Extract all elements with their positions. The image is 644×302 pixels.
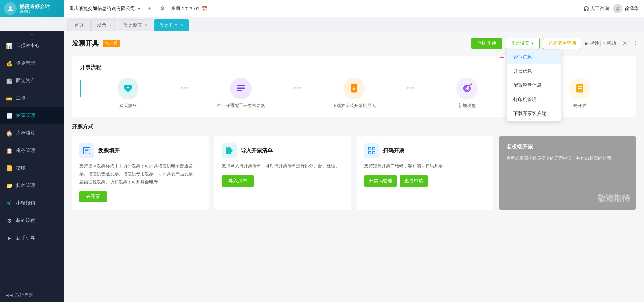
cancel-label: 取消固定: [15, 292, 33, 298]
method-fill-btn[interactable]: 去开票: [79, 191, 107, 202]
page-title-area: 发票开具 待开通: [72, 39, 120, 48]
svg-rect-21: [368, 147, 371, 150]
step-download-icon: [343, 78, 365, 99]
method-scan-header: 扫码开票: [364, 143, 486, 158]
step-buy-icon: [117, 78, 139, 99]
dropdown-item-tax-config[interactable]: 配置税盘信息: [507, 78, 561, 92]
period-value: 2023-01: [182, 6, 199, 11]
sidebar-item-inventory[interactable]: 🏠 库存核算: [0, 124, 64, 142]
sidebar: ▲ 📊 云报表中心 💰 资金管理 🏢 固定资产 💳 工资 🧾 发票管理: [0, 31, 64, 302]
svg-rect-4: [237, 90, 242, 91]
sidebar-item-report[interactable]: 📊 云报表中心: [0, 37, 64, 54]
tab-invoice[interactable]: 发票 ×: [91, 19, 117, 31]
page-actions: 立即开通 开票设置 ▼ 异常清单查询 ▶ 视频 | ? 帮助 ✕: [471, 38, 636, 49]
flow-step-download: 下载并安装开票机器人: [306, 78, 402, 109]
inventory-icon: 🏠: [6, 130, 13, 137]
headset-icon: 🎧: [583, 6, 589, 11]
video-help-area: ▶ 视频 | ? 帮助: [585, 40, 616, 46]
sidebar-label-salary: 工资: [16, 95, 26, 101]
sidebar-label-xiaochang: 小畅报销: [16, 200, 35, 206]
company-selector[interactable]: 重庆畅捷交通信息咨询有限公司 ▼: [69, 6, 141, 12]
tab-invoice-test-label: 发票测算: [124, 22, 142, 28]
support-btn[interactable]: 🎧 人工咨询: [583, 6, 609, 12]
method-import-header: 导入开票清单: [222, 143, 344, 158]
logo-icon: [4, 2, 17, 15]
flow-step-config: 企业开通配置开票六要素: [193, 78, 289, 109]
tab-invoice-test-close[interactable]: ×: [145, 23, 147, 28]
sidebar-label-account: 结账: [16, 165, 26, 171]
sidebar-label-capital: 资金管理: [16, 60, 35, 66]
method-card-fill: 发票填开 支持按照发票样式手工填开发票；可开具增值税电子普通发票、增值税普通发票…: [72, 136, 209, 210]
guide-icon: ▶: [6, 235, 13, 241]
sidebar-cancel[interactable]: ◄◄ 取消固定: [0, 288, 64, 302]
settings-sidebar-icon: ⚙: [6, 218, 13, 224]
period-info: 账期 2023-01 📅: [171, 6, 207, 12]
method-scan-apply-btn[interactable]: 查看申请: [400, 175, 428, 187]
sidebar-item-xiaochang[interactable]: © 小畅报销: [0, 194, 64, 212]
tab-home[interactable]: 首页: [67, 19, 91, 31]
sidebar-item-account[interactable]: 📒 结账: [0, 159, 64, 177]
overlay-text: 敬请期待: [598, 193, 630, 204]
sidebar-item-guide[interactable]: ▶ 新手引导: [0, 229, 64, 247]
sidebar-item-assets[interactable]: 🏢 固定资产: [0, 72, 64, 89]
method-scan-qr-btn[interactable]: 开票码管理: [364, 175, 397, 187]
method-boss-desc: 查看老板端小程序提交的开票申请，并作出相应的处理。: [506, 154, 629, 162]
step-go-invoice-icon: [569, 78, 591, 99]
svg-point-0: [9, 6, 11, 9]
sidebar-item-salary[interactable]: 💳 工资: [0, 89, 64, 107]
exception-button[interactable]: 异常清单查询: [543, 38, 581, 49]
period-label: 账期: [171, 6, 180, 12]
method-scan-title: 扫码开票: [383, 147, 404, 154]
user-info[interactable]: 徐泽华: [613, 4, 639, 13]
sidebar-scroll-up[interactable]: ▲: [0, 31, 64, 37]
connector-3: [402, 78, 419, 89]
method-import-btn[interactable]: 导入清单: [222, 175, 254, 187]
dropdown-item-invoice-info[interactable]: 开票信息: [507, 64, 561, 78]
step-download-label: 下载并安装开票机器人: [332, 103, 376, 109]
dropdown-item-printer[interactable]: 打印机管理: [507, 92, 561, 107]
method-fill-title: 发票填开: [98, 147, 120, 154]
settings-button[interactable]: ⚙: [158, 4, 167, 13]
main-content: 发票开具 待开通 立即开通 开票设置 ▼ 异常清单查询 ▶ 视频 | ?: [64, 31, 644, 302]
settings-dropdown-btn[interactable]: 开票设置 ▼: [506, 38, 540, 49]
video-label[interactable]: 视频: [590, 40, 599, 46]
sidebar-item-capital[interactable]: 💰 资金管理: [0, 54, 64, 72]
method-card-boss: 老板端开票 查看老板端小程序提交的开票申请，并作出相应的处理。 敬请期待: [499, 136, 636, 210]
play-icon[interactable]: ▶: [585, 41, 588, 46]
calendar-icon[interactable]: 📅: [201, 6, 207, 11]
avatar: [613, 4, 622, 13]
flow-step-taxdisk: 税 新增税盘: [419, 78, 515, 109]
tab-bar: 首页 发票 × 发票测算 × 发票开具 ×: [0, 17, 644, 31]
sidebar-item-tax[interactable]: 📋 税务管理: [0, 142, 64, 159]
tab-invoice-issue-close[interactable]: ×: [181, 23, 183, 28]
red-arrow: →: [498, 53, 505, 61]
sidebar-item-archive[interactable]: 📁 归档管理: [0, 177, 64, 194]
help-icon: ?: [603, 41, 605, 46]
help-label[interactable]: 帮助: [607, 40, 616, 46]
sidebar-item-settings[interactable]: ⚙ 基础设置: [0, 212, 64, 229]
sidebar-label-assets: 固定资产: [16, 78, 35, 84]
page-header: 发票开具 待开通 立即开通 开票设置 ▼ 异常清单查询 ▶ 视频 | ?: [72, 38, 636, 49]
logo-text-group: 畅捷通好会计 旗舰版: [19, 3, 50, 15]
tab-invoice-issue[interactable]: 发票开具 ×: [154, 19, 189, 31]
window-maximize-icon[interactable]: ⛶: [631, 40, 636, 46]
tab-invoice-close[interactable]: ×: [109, 23, 112, 28]
method-import-icon: [222, 143, 237, 158]
method-fill-icon: [79, 143, 94, 158]
top-bar: 重庆畅捷交通信息咨询有限公司 ▼ + ⚙ 账期 2023-01 📅 🎧 人工咨询…: [64, 0, 644, 17]
flow-step-buy: 购买服务: [80, 78, 176, 109]
dropdown-item-company-info[interactable]: 企业信息: [507, 50, 561, 64]
support-label: 人工咨询: [590, 6, 609, 12]
connector-2: [289, 78, 306, 89]
status-badge: 待开通: [103, 40, 120, 47]
tab-invoice-test[interactable]: 发票测算 ×: [118, 19, 153, 31]
window-close-icon[interactable]: ✕: [622, 40, 627, 47]
dropdown-item-download-client[interactable]: 下载开票客户端: [507, 107, 561, 121]
method-fill-desc: 支持按照发票样式手工填开发票；可开具增值税电子普通发票、增值税普通发票、增值税专…: [79, 162, 202, 186]
svg-rect-22: [372, 147, 375, 150]
sidebar-label-settings: 基础设置: [16, 218, 35, 224]
activate-button[interactable]: 立即开通: [471, 38, 502, 49]
logo-subtitle: 旗舰版: [19, 9, 50, 14]
sidebar-item-invoice-mgr[interactable]: 🧾 发票管理: [0, 107, 64, 124]
add-button[interactable]: +: [145, 4, 154, 13]
